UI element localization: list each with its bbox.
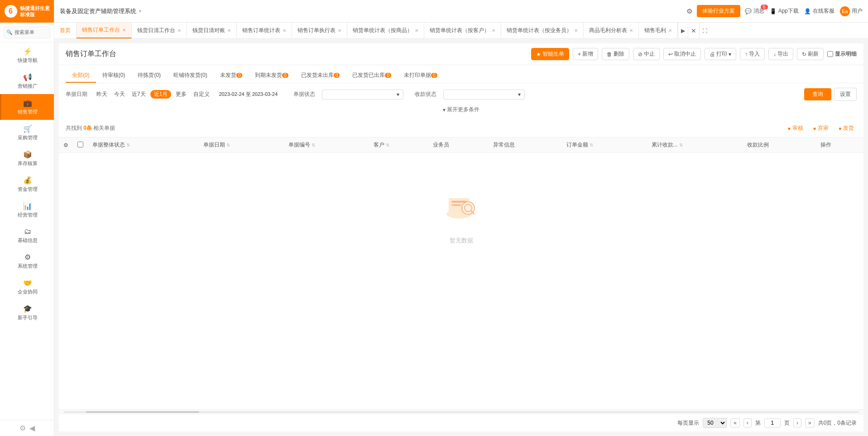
user-button[interactable]: Ea 用户: [840, 6, 863, 16]
page-size-select[interactable]: 50 10 20 100: [703, 418, 727, 428]
tab-close-icon[interactable]: ✕: [283, 28, 286, 33]
tab-cash-reconcile[interactable]: 钱货日清对账 ✕: [187, 23, 237, 38]
page-number-input[interactable]: [764, 418, 781, 427]
status-select[interactable]: ▾: [322, 90, 403, 100]
refresh-button[interactable]: ↻ 刷新: [797, 48, 824, 60]
tab-product-profit[interactable]: 商品毛利分析表 ✕: [584, 23, 639, 38]
tab-sales-exec[interactable]: 销售订单执行表 ✕: [292, 23, 347, 38]
th-amount[interactable]: 订单金额 ⇅: [562, 137, 647, 153]
tab-close-icon[interactable]: ✕: [122, 28, 126, 33]
collapse-button[interactable]: ◀: [29, 424, 35, 432]
th-status[interactable]: 单据整体状态 ⇅: [88, 137, 199, 153]
sidebar-item-guide[interactable]: 🎓 新手引导: [0, 300, 54, 326]
stop-button[interactable]: ⊘ 中止: [633, 48, 660, 60]
smart-create-button[interactable]: ★ 智能生单: [531, 48, 569, 60]
add-button[interactable]: + 新增: [573, 48, 598, 60]
header-gear-button[interactable]: ⚙: [686, 7, 692, 15]
sidebar-item-operations[interactable]: 📊 经营管理: [0, 197, 54, 223]
tab-close-icon[interactable]: ✕: [177, 28, 181, 33]
tab-close-icon[interactable]: ✕: [227, 28, 231, 33]
show-detail-checkbox[interactable]: [827, 51, 833, 57]
tab-cash-daily[interactable]: 钱货日清工作台 ✕: [132, 23, 187, 38]
message-button[interactable]: 💬 消息 6: [745, 7, 764, 15]
tab-sales-summary-customer[interactable]: 销货单统计表（按客户） ✕: [424, 23, 501, 38]
sidebar-item-enterprise[interactable]: 🤝 企业协同: [0, 274, 54, 300]
tab-scroll-right-button[interactable]: ▶: [678, 23, 688, 38]
select-all-checkbox[interactable]: [77, 142, 83, 147]
tab-close-icon[interactable]: ✕: [492, 28, 495, 33]
scrollbar-thumb[interactable]: [86, 411, 199, 413]
sidebar-item-purchase[interactable]: 🛒 采购管理: [0, 120, 54, 146]
sidebar-item-inventory[interactable]: 📦 库存核算: [0, 146, 54, 171]
tab-close-icon[interactable]: ✕: [338, 28, 341, 33]
filter-tab-pending-pickup[interactable]: 待拣货(0): [131, 69, 167, 83]
sidebar-item-quick-nav[interactable]: ⚡ 快捷导航: [0, 43, 54, 68]
th-customer[interactable]: 客户 ⇅: [369, 137, 428, 153]
tab-sales-summary-product[interactable]: 销货单统计表（按商品） ✕: [347, 23, 424, 38]
last-page-button[interactable]: »: [805, 418, 815, 427]
next-page-button[interactable]: ›: [793, 418, 801, 427]
sidebar-item-basics[interactable]: 🗂 基础信息: [0, 223, 54, 248]
sidebar-item-finance[interactable]: 💰 资金管理: [0, 171, 54, 197]
system-dropdown-icon[interactable]: ▾: [139, 9, 141, 14]
th-staff[interactable]: 业务员: [428, 137, 489, 153]
tab-close-icon[interactable]: ✕: [574, 28, 578, 33]
cancel-stop-button[interactable]: ↩ 取消中止: [663, 48, 701, 60]
filter-tab-not-shipped[interactable]: 未发货0: [214, 69, 249, 83]
date-opt-more[interactable]: 更多: [173, 90, 189, 99]
th-gear[interactable]: ⚙: [59, 137, 73, 153]
date-opt-custom[interactable]: 自定义: [191, 90, 212, 99]
tab-fullscreen-button[interactable]: ⛶: [699, 23, 710, 38]
date-opt-7days[interactable]: 近7天: [129, 90, 148, 99]
tab-close-all-button[interactable]: ✕: [688, 23, 699, 38]
review-button[interactable]: ● 审核: [785, 123, 806, 133]
th-ratio[interactable]: 收款比例: [743, 137, 816, 153]
export-button[interactable]: ↓ 导出: [768, 48, 793, 60]
search-menu-button[interactable]: 🔍 搜索菜单: [4, 26, 50, 38]
tab-sales-profit[interactable]: 销售毛利 ✕: [639, 23, 678, 38]
th-checkbox[interactable]: [73, 137, 88, 153]
filter-tab-not-printed[interactable]: 未打印单据0: [398, 69, 444, 83]
th-exception[interactable]: 异常信息: [489, 137, 562, 153]
date-opt-yesterday[interactable]: 昨天: [94, 90, 110, 99]
filter-tab-shipped-out[interactable]: 已发货已出库0: [346, 69, 398, 83]
filter-tab-pending-review[interactable]: 待审核(0): [96, 69, 132, 83]
tab-sales-stat[interactable]: 销售订单统计表 ✕: [237, 23, 292, 38]
print-dropdown-icon[interactable]: ▾: [729, 51, 731, 57]
date-opt-today[interactable]: 今天: [112, 90, 127, 99]
prev-page-button[interactable]: ‹: [743, 418, 752, 427]
tab-close-icon[interactable]: ✕: [415, 28, 418, 33]
filter-tab-wangpu[interactable]: 旺铺待发货(0): [167, 69, 214, 83]
filter-tab-all[interactable]: 全部(0): [66, 69, 96, 83]
tab-sales-order[interactable]: 销售订单工作台 ✕: [77, 23, 132, 38]
th-date[interactable]: 单据日期 ⇅: [199, 137, 284, 153]
filter-tab-expired[interactable]: 到期未发货0: [249, 69, 295, 83]
tab-close-icon[interactable]: ✕: [668, 28, 672, 33]
filter-setting-button[interactable]: 设置: [834, 88, 857, 101]
sidebar-item-sales[interactable]: 💼 销售管理: [0, 94, 54, 120]
th-received[interactable]: 累计收款... ⇅: [647, 137, 743, 153]
app-download-button[interactable]: 📱 App下载: [770, 7, 799, 15]
sidebar-item-marketing[interactable]: 📢 营销推广: [0, 68, 54, 94]
industry-solution-button[interactable]: 体验行业方案: [697, 5, 740, 17]
expand-conditions-button[interactable]: ▾ 展开更多条件: [443, 104, 480, 115]
query-button[interactable]: 查询: [804, 88, 831, 100]
first-page-button[interactable]: «: [730, 418, 740, 427]
print-button[interactable]: 🖨 打印 ▾: [705, 48, 736, 60]
tab-sales-summary-staff[interactable]: 销货单统计表（按业务员） ✕: [501, 23, 584, 38]
ship-button[interactable]: ● 发货: [836, 123, 857, 133]
filter-tab-shipped-not-out[interactable]: 已发货未出库0: [295, 69, 346, 83]
payment-select[interactable]: ▾: [443, 90, 525, 100]
tab-home[interactable]: 首页: [54, 23, 77, 38]
show-detail-checkbox-label[interactable]: 显示明细: [827, 50, 857, 58]
sidebar-item-system[interactable]: ⚙ 系统管理: [0, 248, 54, 274]
delete-button[interactable]: 🗑 删除: [602, 48, 629, 60]
horizontal-scrollbar[interactable]: [59, 409, 863, 414]
settings-bottom-button[interactable]: ⚙: [19, 424, 26, 432]
online-service-button[interactable]: 👤 在线客服: [804, 7, 834, 15]
sidebar-search[interactable]: 🔍 搜索菜单: [0, 23, 54, 43]
import-button[interactable]: ↑ 导入: [740, 48, 765, 60]
cancel-review-button[interactable]: ● 弃审: [810, 123, 831, 133]
date-opt-1month[interactable]: 近1月: [150, 90, 172, 99]
tab-close-icon[interactable]: ✕: [629, 28, 633, 33]
